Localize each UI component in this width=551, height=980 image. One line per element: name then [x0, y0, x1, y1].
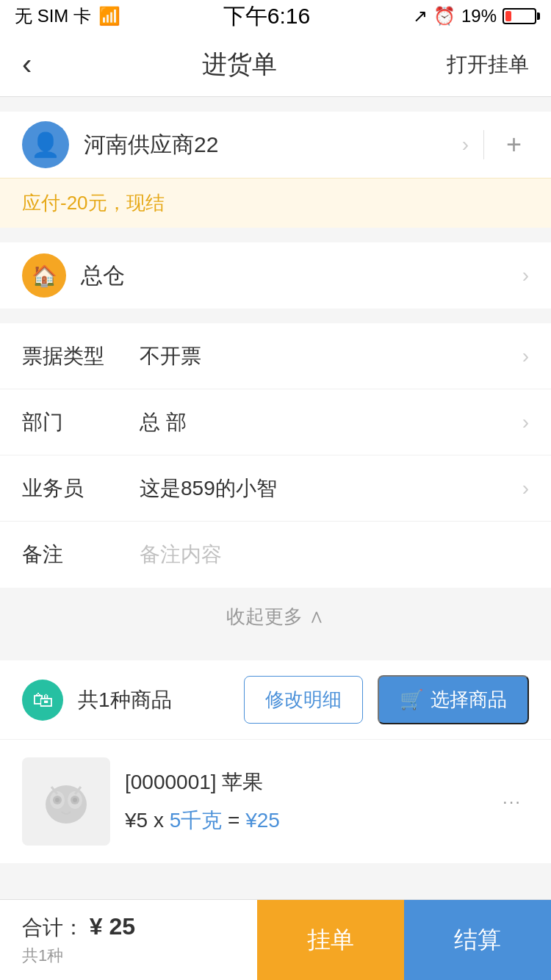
battery-percent: 19% [461, 6, 497, 26]
product-thumbnail [22, 757, 110, 846]
product-code: [0000001] [125, 771, 217, 793]
department-row[interactable]: 部门 总 部 › [0, 389, 551, 455]
product-info: [0000001] 苹果 ¥5 x 5千克 = ¥25 [125, 768, 480, 835]
invoice-chevron-icon: › [522, 345, 529, 368]
back-button[interactable]: ‹ [22, 48, 32, 81]
bottom-bar: 合计： ¥ 25 共1种 挂单 结算 [0, 899, 551, 980]
warehouse-name: 总仓 [81, 261, 522, 291]
department-label: 部门 [22, 408, 125, 436]
warehouse-card: 🏠 总仓 › [0, 242, 551, 309]
gap-2 [0, 228, 551, 242]
owl-logo [37, 772, 96, 831]
salesman-value: 这是859的小智 [125, 475, 522, 502]
alarm-icon: ⏰ [433, 6, 455, 26]
notice-bar: 应付-20元，现结 [0, 178, 551, 228]
gap-4 [0, 646, 551, 660]
sim-status: 无 SIM 卡 [15, 4, 91, 28]
collapse-bar[interactable]: 收起更多 ∧ [0, 588, 551, 646]
status-time: 下午6:16 [223, 1, 310, 32]
status-left: 无 SIM 卡 📶 [15, 4, 120, 28]
invoice-type-value: 不开票 [125, 342, 522, 370]
warehouse-chevron-icon: › [522, 264, 529, 287]
products-count: 共1种商品 [78, 686, 229, 714]
gap-1 [0, 97, 551, 112]
supplier-name: 河南供应商22 [84, 130, 462, 160]
location-icon: ↗ [413, 6, 428, 26]
invoice-type-row[interactable]: 票据类型 不开票 › [0, 323, 551, 389]
salesman-chevron-icon: › [522, 477, 529, 500]
open-hang-button[interactable]: 打开挂单 [447, 51, 529, 79]
person-icon: 👤 [31, 131, 60, 159]
select-product-button[interactable]: 🛒 选择商品 [378, 675, 529, 724]
department-chevron-icon: › [522, 411, 529, 434]
hang-button[interactable]: 挂单 [257, 900, 404, 980]
status-right: ↗ ⏰ 19% [413, 6, 536, 26]
nav-bar: ‹ 进货单 打开挂单 [0, 32, 551, 97]
home-icon: 🏠 [32, 264, 57, 288]
total-label: 合计： ¥ 25 [22, 913, 235, 942]
price-sep: = [222, 809, 245, 832]
salesman-row[interactable]: 业务员 这是859的小智 › [0, 455, 551, 522]
supplier-divider [483, 130, 484, 159]
supplier-card: 👤 河南供应商22 › + 应付-20元，现结 [0, 112, 551, 228]
battery-icon [503, 8, 536, 24]
total-sub: 共1种 [22, 945, 235, 967]
department-value: 总 部 [125, 408, 522, 436]
product-name-text: 苹果 [222, 771, 263, 793]
modify-detail-button[interactable]: 修改明细 [244, 676, 363, 724]
form-card: 票据类型 不开票 › 部门 总 部 › 业务员 这是859的小智 › 备注 备注… [0, 323, 551, 588]
bag-icon: 🛍 [32, 688, 53, 712]
products-header: 🛍 共1种商品 修改明细 🛒 选择商品 [0, 660, 551, 740]
products-icon: 🛍 [22, 680, 63, 721]
gap-3 [0, 309, 551, 323]
price-qty: 5千克 [170, 809, 223, 832]
total-amount: ¥ 25 [90, 913, 135, 940]
product-price: ¥5 x 5千克 = ¥25 [125, 807, 480, 835]
status-bar: 无 SIM 卡 📶 下午6:16 ↗ ⏰ 19% [0, 0, 551, 32]
supplier-avatar: 👤 [22, 121, 69, 168]
supplier-chevron-icon: › [462, 133, 469, 156]
invoice-type-label: 票据类型 [22, 342, 125, 370]
notice-text: 应付-20元，现结 [22, 192, 165, 214]
checkout-button[interactable]: 结算 [404, 900, 551, 980]
remark-label: 备注 [22, 541, 125, 569]
remark-row[interactable]: 备注 备注内容 [0, 522, 551, 588]
more-options-button[interactable]: ··· [495, 784, 529, 819]
price-base: ¥5 x [125, 809, 170, 832]
total-section: 合计： ¥ 25 共1种 [0, 900, 257, 980]
total-label-text: 合计： [22, 916, 84, 939]
price-total: ¥25 [245, 809, 280, 832]
wifi-icon: 📶 [98, 6, 120, 26]
add-supplier-button[interactable]: + [499, 122, 529, 167]
supplier-row[interactable]: 👤 河南供应商22 › + [0, 112, 551, 178]
select-product-label: 选择商品 [431, 687, 507, 713]
cart-icon: 🛒 [400, 688, 423, 711]
page-title: 进货单 [202, 48, 277, 82]
svg-point-5 [55, 798, 60, 802]
warehouse-row[interactable]: 🏠 总仓 › [0, 242, 551, 309]
collapse-label: 收起更多 ∧ [226, 605, 324, 627]
product-name: [0000001] 苹果 [125, 768, 480, 796]
more-dots-icon: ··· [503, 791, 522, 811]
salesman-label: 业务员 [22, 475, 125, 502]
remark-value: 备注内容 [125, 541, 529, 569]
svg-point-6 [73, 798, 77, 802]
warehouse-icon: 🏠 [22, 253, 66, 298]
product-item: [0000001] 苹果 ¥5 x 5千克 = ¥25 ··· [0, 740, 551, 863]
